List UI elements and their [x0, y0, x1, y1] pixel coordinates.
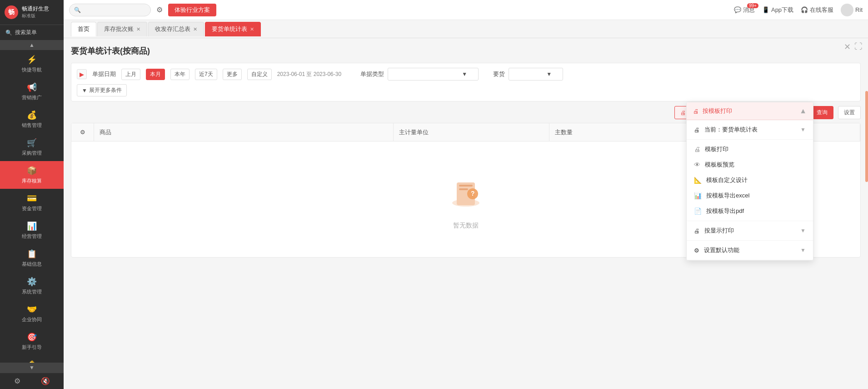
user-avatar-item[interactable]: Rit [841, 4, 863, 16]
sidebar-scroll-down[interactable]: ▼ [0, 363, 64, 373]
dropdown-template-pdf[interactable]: 📄 按模板导出pdf [687, 203, 813, 219]
top-header: 🔍 ⚙ 体验行业方案 💬 消息 99+ 📱 App下载 🎧 在线客服 [64, 0, 868, 20]
print-dropdown: 🖨 按模板打印 ▲ 🖨 当前：要货单统计表 ▼ 🖨 模板打印 [686, 102, 813, 261]
th-settings[interactable]: ⚙ [71, 123, 94, 141]
dropdown-template-custom[interactable]: 📐 模板自定义设计 [687, 172, 813, 188]
tab-inventory-batch-close[interactable]: ✕ [136, 26, 140, 32]
page-area: ✕ ⛶ 要货单统计表(按商品) ▶ 单据日期 上月 本月 本年 近7天 更多 自… [64, 38, 868, 389]
tab-inventory-batch[interactable]: 库存批次账 ✕ [97, 22, 147, 36]
tab-order-stats[interactable]: 要货单统计表 ✕ [205, 22, 261, 36]
empty-text: 暂无数据 [453, 222, 479, 230]
template-pdf-label: 按模板导出pdf [706, 207, 744, 215]
tab-order-stats-close[interactable]: ✕ [250, 26, 254, 32]
dropdown-display-section: 🖨 按显示打印 ▼ [687, 221, 813, 241]
messages-badge: 99+ [747, 3, 758, 8]
header-search-bar[interactable]: 🔍 [69, 4, 151, 16]
app-logo: 畅 畅通好生意 标准版 [0, 0, 64, 25]
template-custom-icon: 📐 [694, 177, 702, 184]
date-btn-custom[interactable]: 自定义 [247, 69, 272, 80]
current-template-label: 当前：要货单统计表 [704, 126, 758, 134]
sidebar-item-sales[interactable]: 💰 销售管理 [0, 106, 64, 133]
window-close-icon[interactable]: ✕ [844, 42, 851, 52]
tab-home[interactable]: 首页 [71, 22, 96, 36]
sidebar-item-guide[interactable]: 🎯 新手引导 [0, 328, 64, 355]
mute-icon[interactable]: 🔇 [41, 377, 50, 385]
operation-icon: 📊 [27, 221, 37, 231]
header-gear-icon[interactable]: ⚙ [156, 5, 163, 14]
filter-row-1: ▶ 单据日期 上月 本月 本年 近7天 更多 自定义 2023-06-01 至 … [77, 68, 855, 81]
date-btn-more[interactable]: 更多 [223, 69, 242, 80]
purchase-icon: 🛒 [27, 138, 37, 148]
date-filter-label: 单据日期 [92, 70, 116, 78]
dropdown-template-print[interactable]: 🖨 模板打印 [687, 141, 813, 157]
right-scrollbar[interactable] [865, 91, 868, 182]
tab-receipt-summary-close[interactable]: ✕ [193, 26, 197, 32]
sidebar-nav: ⚡ 快捷导航 📢 营销推广 💰 销售管理 🛒 采购管理 📦 库存核算 💳 资金管… [0, 50, 64, 363]
dropdown-template-excel[interactable]: 📊 按模板导出excel [687, 188, 813, 203]
guide-icon: 🎯 [27, 332, 37, 342]
doc-type-filter: 单据类型 ▼ [360, 68, 479, 81]
th-product: 商品 [94, 123, 394, 141]
order-goods-label: 要货 [493, 70, 505, 78]
date-expand-btn[interactable]: ▶ [77, 69, 87, 79]
settings-button[interactable]: 设置 [838, 106, 861, 119]
date-range-display: 2023-06-01 至 2023-06-30 [277, 71, 341, 78]
tab-receipt-summary[interactable]: 收发存汇总表 ✕ [148, 22, 204, 36]
avatar [841, 4, 853, 16]
template-print-icon: 🖨 [694, 146, 700, 153]
sidebar-item-purchase[interactable]: 🛒 采购管理 [0, 133, 64, 161]
dropdown-print-icon: 🖨 [693, 108, 699, 115]
sidebar: 畅 畅通好生意 标准版 🔍 搜索菜单 ▲ ⚡ 快捷导航 📢 营销推广 💰 销售管… [0, 0, 64, 389]
search-icon: 🔍 [5, 30, 12, 36]
sidebar-bottom: ⚙ 🔇 [0, 373, 64, 389]
svg-rect-3 [459, 188, 468, 190]
app-download-label: App下载 [771, 6, 793, 14]
order-goods-select[interactable]: ▼ [509, 68, 563, 81]
query-button[interactable]: 查询 [811, 106, 833, 119]
sidebar-item-operation[interactable]: 📊 经营管理 [0, 217, 64, 244]
app-badge: 标准版 [22, 13, 49, 19]
dropdown-default-fn[interactable]: ⚙ 设置默认功能 ▼ [687, 242, 813, 258]
expand-more-button[interactable]: ▼ 展开更多条件 [77, 84, 127, 96]
dropdown-close-btn[interactable]: ▲ [799, 107, 807, 115]
date-btn-7days[interactable]: 近7天 [195, 69, 217, 80]
search-label: 搜索菜单 [15, 29, 37, 36]
doc-type-arrow: ▼ [462, 71, 467, 77]
sidebar-item-quick-nav[interactable]: ⚡ 快捷导航 [0, 50, 64, 78]
display-print-left: 🖨 按显示打印 [694, 227, 734, 235]
dropdown-current-item[interactable]: 🖨 当前：要货单统计表 ▼ [687, 122, 813, 137]
template-excel-icon: 📊 [694, 192, 702, 199]
default-fn-left: ⚙ 设置默认功能 [694, 246, 739, 254]
appstore-icon: 🔔 [27, 360, 37, 363]
date-btn-last-month[interactable]: 上月 [121, 69, 140, 80]
settings-bottom-icon[interactable]: ⚙ [14, 377, 20, 385]
date-btn-this-month[interactable]: 本月 [146, 69, 165, 80]
display-print-label: 按显示打印 [704, 227, 734, 235]
sidebar-item-system[interactable]: ⚙️ 系统管理 [0, 272, 64, 300]
dropdown-display-print[interactable]: 🖨 按显示打印 ▼ [687, 223, 813, 238]
doc-type-select[interactable]: ▼ [388, 68, 479, 81]
sidebar-item-inventory[interactable]: 📦 库存核算 [0, 161, 64, 189]
sidebar-item-finance[interactable]: 💳 资金管理 [0, 189, 64, 217]
trial-button[interactable]: 体验行业方案 [168, 4, 216, 16]
messages-item[interactable]: 💬 消息 99+ [734, 6, 755, 14]
dropdown-header-left: 🖨 按模板打印 [693, 107, 732, 115]
header-icon-group: 💬 消息 99+ 📱 App下载 🎧 在线客服 Rit [734, 4, 863, 16]
sidebar-item-basic[interactable]: 📋 基础信息 [0, 244, 64, 272]
sidebar-item-appstore[interactable]: 🔔 应用中心 [0, 355, 64, 363]
dropdown-title: 按模板打印 [703, 107, 732, 115]
date-btn-this-year[interactable]: 本年 [170, 69, 190, 80]
window-expand-icon[interactable]: ⛶ [854, 42, 863, 52]
template-preview-icon: 👁 [694, 161, 700, 168]
service-icon: 🎧 [801, 6, 808, 13]
dropdown-template-preview[interactable]: 👁 模板板预览 [687, 157, 813, 172]
finance-icon: 💳 [27, 193, 37, 203]
download-icon: 📱 [762, 6, 769, 13]
display-print-icon: 🖨 [694, 227, 700, 234]
online-service-item[interactable]: 🎧 在线客服 [801, 6, 833, 14]
app-download-item[interactable]: 📱 App下载 [762, 6, 793, 14]
sidebar-item-marketing[interactable]: 📢 营销推广 [0, 78, 64, 106]
sidebar-item-collab[interactable]: 🤝 企业协同 [0, 300, 64, 328]
sidebar-search[interactable]: 🔍 搜索菜单 [0, 25, 64, 40]
sidebar-scroll-up[interactable]: ▲ [0, 40, 64, 50]
